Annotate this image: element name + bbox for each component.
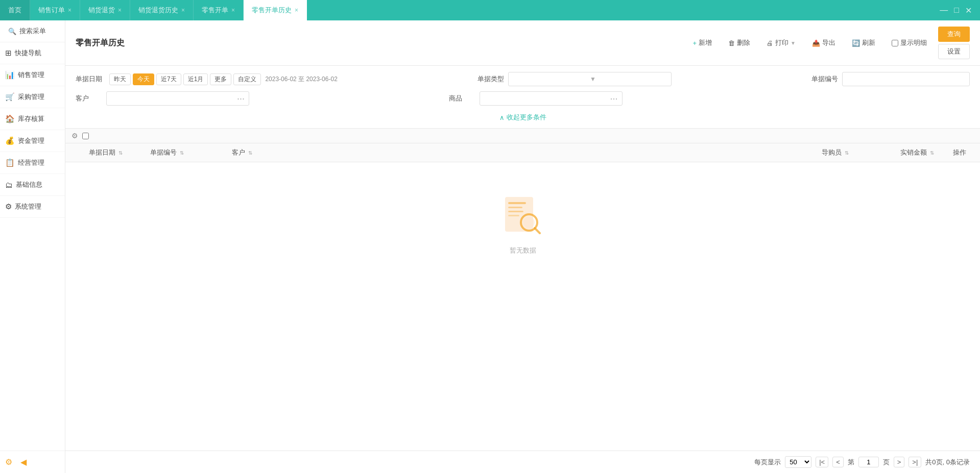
next-page-btn[interactable]: > bbox=[894, 457, 905, 467]
page-header: 零售开单历史 + 新增 🗑 删除 🖨 打印 ▼ 📤 导出 bbox=[65, 20, 980, 66]
col-header-amount[interactable]: 实销金额 ⇅ bbox=[878, 143, 939, 162]
sidebar-collapse-icon[interactable]: ◀ bbox=[20, 457, 27, 467]
export-button[interactable]: 📤 导出 bbox=[807, 36, 841, 50]
per-page-label: 每页显示 bbox=[754, 458, 781, 467]
tab-sales-return[interactable]: 销货退货× bbox=[80, 0, 130, 20]
col-header-customer[interactable]: 客户 ⇅ bbox=[227, 143, 817, 162]
base-info-label: 基础信息 bbox=[16, 180, 42, 189]
show-detail-checkbox-label[interactable]: 显示明细 bbox=[887, 36, 932, 50]
table-header-row: 单据日期 ⇅ 单据编号 ⇅ 客户 ⇅ bbox=[65, 143, 980, 162]
empty-text: 暂无数据 bbox=[510, 246, 536, 255]
date-sort-icon[interactable]: ⇅ bbox=[118, 150, 123, 156]
tab-close-retail-open[interactable]: × bbox=[231, 7, 235, 14]
window-minimize-icon[interactable]: — bbox=[940, 6, 948, 15]
customer-label: 客户 bbox=[76, 94, 106, 103]
doc-number-input-wrap[interactable] bbox=[842, 72, 970, 86]
sidebar-item-system-mgmt[interactable]: ⚙系统管理 bbox=[0, 196, 65, 218]
settings-button[interactable]: 设置 bbox=[938, 44, 970, 59]
doc-type-select[interactable]: ▼ bbox=[508, 72, 672, 86]
date-btn-today[interactable]: 今天 bbox=[133, 73, 154, 85]
goods-dots-icon[interactable]: ··· bbox=[610, 93, 617, 104]
customer-input-wrap[interactable]: ··· bbox=[106, 91, 249, 106]
sidebar: 🔍 搜索采单 ⊞快捷导航📊销售管理🛒采购管理🏠库存核算💰资金管理📋经营管理🗂基础… bbox=[0, 20, 65, 473]
window-maximize-icon[interactable]: □ bbox=[954, 6, 959, 15]
customer-dots-icon[interactable]: ··· bbox=[237, 93, 245, 104]
filter-section: 单据日期 昨天今天近7天近1月更多自定义 2023-06-02 至 2023-0… bbox=[65, 66, 980, 129]
goods-input[interactable] bbox=[484, 95, 608, 103]
sidebar-footer: ⚙ ◀ bbox=[0, 451, 65, 473]
tab-close-sales-return-history[interactable]: × bbox=[181, 7, 185, 14]
date-btn-last1month[interactable]: 近1月 bbox=[183, 73, 208, 85]
amount-sort-icon[interactable]: ⇅ bbox=[930, 150, 934, 156]
collapse-bar[interactable]: ∧ 收起更多条件 bbox=[76, 111, 970, 123]
table-container: 单据日期 ⇅ 单据编号 ⇅ 客户 ⇅ bbox=[65, 143, 980, 451]
quick-nav-icon: ⊞ bbox=[5, 48, 12, 58]
delete-button[interactable]: 🗑 删除 bbox=[723, 36, 755, 50]
doc-type-dropdown-icon: ▼ bbox=[590, 76, 667, 83]
operations-mgmt-icon: 📋 bbox=[5, 158, 15, 167]
refresh-icon: 🔄 bbox=[852, 39, 860, 47]
last-page-btn[interactable]: >| bbox=[909, 457, 921, 467]
tab-close-retail-open-history[interactable]: × bbox=[295, 7, 298, 14]
col-header-guide[interactable]: 导购员 ⇅ bbox=[817, 143, 878, 162]
goods-input-wrap[interactable]: ··· bbox=[480, 91, 623, 106]
sidebar-search-label: 搜索采单 bbox=[19, 27, 46, 36]
window-close-icon[interactable]: ✕ bbox=[965, 6, 972, 15]
date-btn-last7[interactable]: 近7天 bbox=[156, 73, 181, 85]
tab-retail-open-history[interactable]: 零售开单历史× bbox=[244, 0, 307, 20]
sidebar-settings-icon[interactable]: ⚙ bbox=[5, 457, 12, 467]
tab-sales-return-history[interactable]: 销货退货历史× bbox=[130, 0, 194, 20]
customer-sort-icon[interactable]: ⇅ bbox=[248, 150, 252, 156]
collapse-icon: ∧ bbox=[499, 114, 505, 121]
date-btn-custom[interactable]: 自定义 bbox=[233, 73, 261, 85]
date-btn-more[interactable]: 更多 bbox=[210, 73, 231, 85]
add-button[interactable]: + 新增 bbox=[688, 36, 718, 50]
date-btn-yesterday[interactable]: 昨天 bbox=[109, 73, 131, 85]
print-dropdown-icon: ▼ bbox=[791, 40, 796, 46]
guide-sort-icon[interactable]: ⇅ bbox=[845, 150, 849, 156]
page-suffix: 页 bbox=[883, 458, 890, 467]
data-table: 单据日期 ⇅ 单据编号 ⇅ 客户 ⇅ bbox=[65, 143, 980, 162]
add-icon: + bbox=[693, 39, 697, 47]
collapse-label: 收起更多条件 bbox=[507, 113, 546, 122]
doc-number-input[interactable] bbox=[847, 76, 965, 83]
tab-close-sales-return[interactable]: × bbox=[118, 7, 122, 14]
sidebar-item-finance-mgmt[interactable]: 💰资金管理 bbox=[0, 130, 65, 152]
goods-label: 商品 bbox=[449, 94, 480, 103]
table-select-all-checkbox[interactable] bbox=[82, 133, 89, 139]
sidebar-item-purchase-mgmt[interactable]: 🛒采购管理 bbox=[0, 86, 65, 108]
search-icon: 🔍 bbox=[8, 28, 16, 35]
first-page-btn[interactable]: |< bbox=[816, 457, 828, 467]
sidebar-search[interactable]: 🔍 搜索采单 bbox=[0, 20, 65, 42]
table-toolbar: ⚙ bbox=[65, 129, 980, 143]
query-button[interactable]: 查询 bbox=[938, 27, 970, 42]
page-input[interactable] bbox=[858, 457, 879, 467]
date-range-display: 2023-06-02 至 2023-06-02 bbox=[265, 75, 337, 84]
empty-illustration bbox=[497, 193, 548, 239]
svg-rect-4 bbox=[508, 215, 519, 216]
per-page-select[interactable]: 2050100200 bbox=[785, 456, 811, 468]
sidebar-item-quick-nav[interactable]: ⊞快捷导航 bbox=[0, 42, 65, 64]
col-header-date[interactable]: 单据日期 ⇅ bbox=[84, 143, 145, 162]
refresh-button[interactable]: 🔄 刷新 bbox=[847, 36, 880, 50]
table-settings-icon[interactable]: ⚙ bbox=[71, 132, 78, 140]
tab-home[interactable]: 首页 bbox=[0, 0, 30, 20]
purchase-mgmt-icon: 🛒 bbox=[5, 92, 15, 102]
sidebar-item-operations-mgmt[interactable]: 📋经营管理 bbox=[0, 152, 65, 174]
print-button[interactable]: 🖨 打印 ▼ bbox=[761, 36, 801, 50]
tab-retail-open[interactable]: 零售开单× bbox=[194, 0, 244, 20]
prev-page-btn[interactable]: < bbox=[832, 457, 844, 467]
sidebar-item-inventory[interactable]: 🏠库存核算 bbox=[0, 108, 65, 130]
customer-input[interactable] bbox=[111, 95, 235, 103]
number-sort-icon[interactable]: ⇅ bbox=[180, 150, 184, 156]
col-header-number[interactable]: 单据编号 ⇅ bbox=[145, 143, 227, 162]
show-detail-checkbox[interactable] bbox=[892, 40, 898, 46]
tab-sales-order[interactable]: 销售订单× bbox=[30, 0, 80, 20]
svg-rect-3 bbox=[508, 211, 523, 212]
sidebar-item-base-info[interactable]: 🗂基础信息 bbox=[0, 174, 65, 196]
inventory-label: 库存核算 bbox=[18, 114, 44, 123]
tab-close-sales-order[interactable]: × bbox=[68, 7, 71, 14]
doc-type-value bbox=[513, 76, 590, 83]
purchase-mgmt-label: 采购管理 bbox=[18, 92, 44, 102]
sidebar-item-sales-mgmt[interactable]: 📊销售管理 bbox=[0, 64, 65, 86]
